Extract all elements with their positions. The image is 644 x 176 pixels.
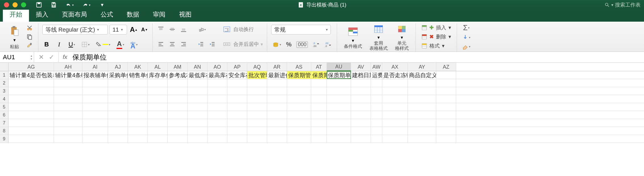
decrease-indent-button[interactable]: [196, 40, 205, 48]
cell[interactable]: [371, 95, 382, 103]
cut-button[interactable]: [25, 24, 34, 32]
tab-视图[interactable]: 视图: [172, 8, 198, 22]
cell[interactable]: [168, 127, 188, 135]
cell[interactable]: [267, 135, 287, 143]
cell[interactable]: [408, 127, 436, 135]
cell[interactable]: [327, 79, 351, 87]
cell[interactable]: [382, 135, 408, 143]
cell[interactable]: [327, 111, 351, 119]
cell[interactable]: [148, 87, 168, 95]
cell[interactable]: [168, 119, 188, 127]
cell[interactable]: [54, 87, 82, 95]
select-all-corner[interactable]: [0, 63, 8, 71]
cell[interactable]: [287, 127, 311, 135]
cell[interactable]: [207, 87, 227, 95]
cell[interactable]: 保质期: [311, 71, 327, 79]
cell[interactable]: [311, 135, 327, 143]
number-format-combo[interactable]: 常规▾: [271, 25, 331, 34]
cell[interactable]: [247, 111, 267, 119]
cell[interactable]: [351, 111, 371, 119]
cell[interactable]: [267, 127, 287, 135]
font-name-combo[interactable]: 等线 Regular (正文)▾: [42, 25, 108, 34]
cell[interactable]: [287, 95, 311, 103]
qat-customize-button[interactable]: ▾: [98, 1, 106, 9]
cell[interactable]: 辅计量4条码: [54, 71, 82, 79]
cell[interactable]: 库存单位: [148, 71, 168, 79]
qat-save-button[interactable]: [49, 1, 58, 9]
cell[interactable]: [54, 103, 82, 111]
align-right-button[interactable]: [179, 40, 188, 48]
cell[interactable]: [227, 95, 247, 103]
cell[interactable]: [382, 87, 408, 95]
cell[interactable]: 是否走冻链: [382, 71, 408, 79]
cell[interactable]: [436, 135, 456, 143]
cell[interactable]: [408, 87, 436, 95]
cell[interactable]: [267, 119, 287, 127]
cell[interactable]: [207, 79, 227, 87]
column-header[interactable]: AS: [287, 63, 311, 71]
cell[interactable]: [382, 119, 408, 127]
column-header[interactable]: AI: [82, 63, 108, 71]
cell[interactable]: [82, 111, 108, 119]
cell[interactable]: [108, 111, 128, 119]
tab-审阅[interactable]: 审阅: [146, 8, 172, 22]
cell[interactable]: [227, 111, 247, 119]
cell[interactable]: [351, 127, 371, 135]
column-header[interactable]: AM: [168, 63, 188, 71]
cell[interactable]: [351, 135, 371, 143]
cell[interactable]: 保质期单位: [327, 71, 351, 79]
qat-autosave-icon[interactable]: [35, 1, 43, 9]
row-header[interactable]: 2: [0, 79, 8, 87]
cell[interactable]: [267, 87, 287, 95]
cell[interactable]: [188, 87, 207, 95]
cell[interactable]: [9, 87, 54, 95]
cell-styles-button[interactable]: ▾单元 格样式: [392, 23, 412, 52]
bold-button[interactable]: B: [42, 40, 51, 49]
cell[interactable]: [108, 127, 128, 135]
autosum-button[interactable]: Σ▾: [461, 23, 471, 32]
borders-button[interactable]: ▾: [80, 40, 91, 49]
cell[interactable]: [247, 119, 267, 127]
cell[interactable]: [382, 111, 408, 119]
search-sheet[interactable]: ▾ 搜索工作表: [604, 1, 641, 8]
cell[interactable]: [82, 103, 108, 111]
paste-button[interactable]: ▾ 粘贴: [7, 23, 22, 52]
row-header[interactable]: 4: [0, 95, 8, 103]
column-header[interactable]: AZ: [436, 63, 456, 71]
cell[interactable]: [82, 87, 108, 95]
minimize-window-button[interactable]: [13, 2, 18, 7]
cell[interactable]: [371, 111, 382, 119]
cell[interactable]: [108, 87, 128, 95]
cell[interactable]: [168, 103, 188, 111]
cell[interactable]: [311, 95, 327, 103]
cell[interactable]: [287, 103, 311, 111]
cell[interactable]: [227, 79, 247, 87]
fill-button[interactable]: ▾: [461, 34, 471, 41]
cell[interactable]: [327, 127, 351, 135]
cell[interactable]: [351, 103, 371, 111]
cell[interactable]: [436, 119, 456, 127]
row-header[interactable]: 7: [0, 119, 8, 127]
cell[interactable]: [168, 111, 188, 119]
cell[interactable]: [54, 95, 82, 103]
cell[interactable]: [311, 127, 327, 135]
column-header[interactable]: AG: [9, 63, 54, 71]
cell[interactable]: [247, 95, 267, 103]
cell[interactable]: [267, 95, 287, 103]
close-window-button[interactable]: [4, 2, 9, 7]
cell[interactable]: [311, 119, 327, 127]
cell[interactable]: [382, 127, 408, 135]
cell[interactable]: 运费: [371, 71, 382, 79]
cell[interactable]: [82, 135, 108, 143]
row-header[interactable]: 5: [0, 103, 8, 111]
cell[interactable]: [408, 111, 436, 119]
column-header[interactable]: AY: [408, 63, 436, 71]
row-header[interactable]: 9: [0, 135, 8, 143]
cell[interactable]: [287, 119, 311, 127]
cell[interactable]: [408, 103, 436, 111]
cell[interactable]: [371, 87, 382, 95]
confirm-formula-button[interactable]: ✓: [49, 54, 54, 61]
cell[interactable]: [207, 103, 227, 111]
cell[interactable]: 报表辅单位: [82, 71, 108, 79]
cell[interactable]: [227, 127, 247, 135]
